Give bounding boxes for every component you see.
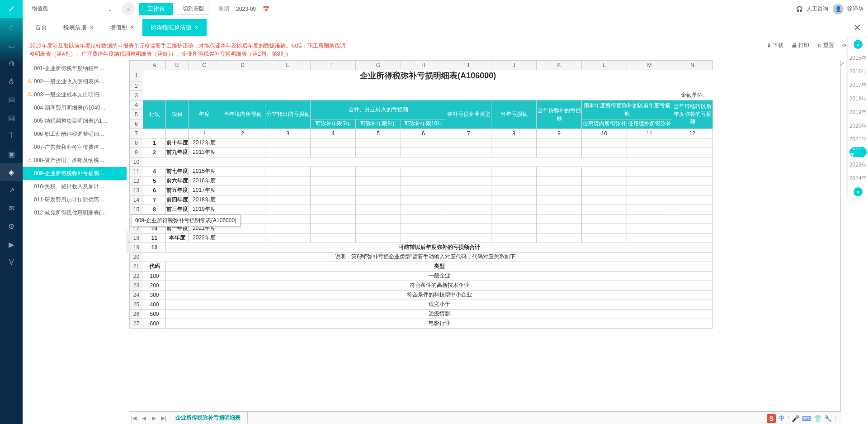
tab-close-icon[interactable]: ✕ bbox=[130, 24, 134, 30]
nav-play-icon[interactable]: ▶ bbox=[0, 235, 23, 253]
nav-t-icon[interactable]: T bbox=[0, 127, 23, 145]
col-M[interactable]: M bbox=[627, 61, 672, 70]
nav-mail-icon[interactable]: ✉ bbox=[0, 199, 23, 217]
ime-s-icon[interactable]: S bbox=[767, 414, 776, 423]
tab-close-icon[interactable]: ✕ bbox=[90, 24, 94, 30]
form-list: 001-企业所得税年度纳税申…⚠002-一般企业收入明细表(A…⚠003-一般企… bbox=[23, 37, 127, 424]
period-label: 账期 bbox=[218, 5, 229, 13]
nav-settings-icon[interactable]: ⚙ bbox=[0, 217, 23, 235]
workbench-button[interactable]: 工作台 bbox=[139, 3, 173, 15]
sheet-title: 企业所得税弥补亏损明细表(A106000) bbox=[143, 70, 713, 81]
tab-2[interactable]: 增值税✕ bbox=[102, 19, 142, 36]
sheet-tab-bar: |◀ ◀ ▶ ▶| 企业所得税弥补亏损明细表 ⋮ bbox=[129, 411, 841, 424]
year-2022年[interactable]: 2022年 bbox=[849, 147, 867, 157]
tab-3[interactable]: 所得税汇算清缴✕ bbox=[142, 19, 207, 36]
nav-home-icon[interactable]: ⌂ bbox=[0, 18, 23, 36]
sheet-first-icon[interactable]: |◀ bbox=[129, 415, 139, 421]
avatar-icon: 👤 bbox=[833, 4, 844, 14]
col-D[interactable]: D bbox=[220, 61, 265, 70]
left-sidebar: ✓ ⌂ ▭ ⟰ ♁ ▤ ▦ T ▣ ◈ ↗ ✉ ⚙ ▶ V bbox=[0, 0, 23, 424]
form-item-7[interactable]: ⚠008-资产折旧、摊销及纳税… bbox=[23, 154, 127, 167]
year-2023年[interactable]: 2023年 bbox=[848, 158, 868, 172]
form-item-10[interactable]: 011-研发费用加计扣除优惠… bbox=[23, 193, 127, 206]
period-value: 2023-09 bbox=[236, 6, 256, 12]
col-L[interactable]: L bbox=[582, 61, 627, 70]
logo[interactable]: ✓ bbox=[0, 0, 23, 18]
year-2019年[interactable]: 2019年 bbox=[848, 105, 868, 119]
tax-type-dropdown[interactable]: 增值税 ⌄ bbox=[27, 5, 118, 13]
nav-doc-icon[interactable]: ▭ bbox=[0, 36, 23, 54]
expand-icon[interactable]: ⤢ bbox=[840, 61, 844, 67]
year-2016年[interactable]: 2016年 bbox=[848, 65, 868, 78]
topbar: 增值税 ⌄ ≡ 工作台 切到旧版 账期 2023-09 📅 🎧 人工咨询 👤 徐… bbox=[23, 0, 868, 18]
nav-active-icon[interactable]: ◈ bbox=[0, 163, 23, 181]
nav-v-icon[interactable]: V bbox=[0, 253, 23, 272]
consult-button[interactable]: 🎧 人工咨询 bbox=[796, 5, 828, 13]
year-2021年[interactable]: 2021年 bbox=[848, 133, 868, 146]
form-item-2[interactable]: ⚠003-一般企业成本支出明细… bbox=[23, 88, 127, 101]
form-item-3[interactable]: 004-期间费用明细表(A1040… bbox=[23, 101, 127, 114]
spreadsheet[interactable]: ABCDEFGHIJKLMN1企业所得税弥补亏损明细表(A106000)23金额… bbox=[129, 60, 841, 411]
col-E[interactable]: E bbox=[265, 61, 311, 70]
nav-grid-icon[interactable]: ▦ bbox=[0, 109, 23, 127]
form-item-4[interactable]: 005-纳税调整项目明细表(A1… bbox=[23, 114, 127, 128]
ime-punct-icon[interactable]: ' bbox=[788, 415, 789, 422]
tab-close-icon[interactable]: ✕ bbox=[194, 24, 198, 30]
col-A[interactable]: A bbox=[143, 61, 166, 70]
unit-label: 金额单位: bbox=[672, 91, 713, 100]
nav-image-icon[interactable]: ▣ bbox=[0, 145, 23, 163]
form-item-0[interactable]: 001-企业所得税年度纳税申… bbox=[23, 62, 127, 75]
form-item-8[interactable]: 009-企业所得税弥补亏损明… bbox=[23, 167, 127, 180]
col-B[interactable]: B bbox=[166, 61, 189, 70]
year-2024年[interactable]: 2024年 bbox=[848, 172, 868, 185]
sheet-menu-icon[interactable]: ⋮ bbox=[831, 415, 841, 421]
warn-icon: ⚠ bbox=[27, 78, 32, 84]
tab-bar: 首页税表清册✕增值税✕所得税汇算清缴✕ ✕ bbox=[23, 18, 868, 37]
form-item-6[interactable]: 007-广告费和业务宣传费跨… bbox=[23, 141, 127, 154]
warn-icon: ⚠ bbox=[27, 91, 32, 97]
tab-0[interactable]: 首页 bbox=[27, 19, 55, 36]
close-all-tabs-icon[interactable]: ✕ bbox=[854, 22, 861, 33]
col-G[interactable]: G bbox=[356, 61, 401, 70]
form-item-9[interactable]: 010-免税、减计收入及加计… bbox=[23, 180, 127, 193]
nav-bag-icon[interactable]: ♁ bbox=[0, 72, 23, 91]
col-J[interactable]: J bbox=[491, 61, 537, 70]
year-2017年[interactable]: 2017年 bbox=[848, 78, 868, 92]
nav-list-icon[interactable]: ▤ bbox=[0, 91, 23, 109]
ime-skin-icon[interactable]: 👕 bbox=[814, 415, 821, 422]
nav-export-icon[interactable]: ↗ bbox=[0, 181, 23, 199]
col-N[interactable]: N bbox=[672, 61, 713, 70]
nav-chart-icon[interactable]: ⟰ bbox=[0, 54, 23, 72]
user-menu[interactable]: 👤 徐泽华 bbox=[833, 4, 863, 14]
year-up-icon[interactable]: ▲ bbox=[854, 40, 863, 49]
collapse-handle[interactable]: ‹ bbox=[126, 231, 132, 253]
form-item-5[interactable]: 006-职工薪酬纳税调整明细… bbox=[23, 128, 127, 141]
form-item-11[interactable]: 012-减免所得税优惠明细表(… bbox=[23, 206, 127, 219]
form-item-1[interactable]: ⚠002-一般企业收入明细表(A… bbox=[23, 75, 127, 88]
year-2015年[interactable]: 2015年 bbox=[848, 51, 868, 65]
sheet-prev-icon[interactable]: ◀ bbox=[139, 415, 149, 421]
sheet-last-icon[interactable]: ▶| bbox=[159, 415, 169, 421]
warn-icon: ⚠ bbox=[27, 157, 32, 163]
ime-kbd-icon[interactable]: ⌨ bbox=[802, 415, 811, 422]
sheet-tab[interactable]: 企业所得税弥补亏损明细表 bbox=[169, 412, 248, 424]
circle-menu-icon[interactable]: ≡ bbox=[122, 3, 135, 15]
calendar-icon[interactable]: 📅 bbox=[263, 6, 269, 12]
username: 徐泽华 bbox=[847, 5, 863, 13]
year-down-icon[interactable]: ▼ bbox=[854, 187, 863, 196]
ime-mic-icon[interactable]: 🎤 bbox=[792, 415, 799, 422]
form-tooltip: 009-企业所得税弥补亏损明细表(A106000) bbox=[131, 214, 241, 227]
chevron-down-icon: ⌄ bbox=[108, 5, 113, 13]
col-C[interactable]: C bbox=[189, 61, 220, 70]
col-F[interactable]: F bbox=[311, 61, 356, 70]
col-I[interactable]: I bbox=[446, 61, 491, 70]
col-H[interactable]: H bbox=[401, 61, 446, 70]
ime-zh-icon[interactable]: 中 bbox=[778, 414, 785, 423]
switch-old-button[interactable]: 切到旧版 bbox=[178, 3, 209, 15]
year-2020年[interactable]: 2020年 bbox=[848, 119, 868, 133]
sheet-next-icon[interactable]: ▶ bbox=[149, 415, 159, 421]
col-K[interactable]: K bbox=[537, 61, 582, 70]
tab-1[interactable]: 税表清册✕ bbox=[55, 19, 102, 36]
ime-tool-icon[interactable]: 🔧 bbox=[824, 415, 832, 422]
year-2018年[interactable]: 2018年 bbox=[848, 92, 868, 105]
